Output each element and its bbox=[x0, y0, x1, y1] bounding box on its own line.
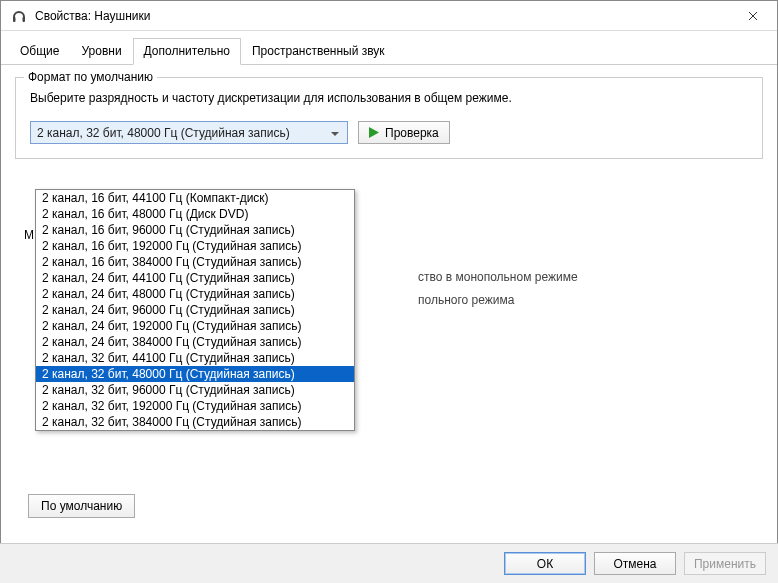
dropdown-option[interactable]: 2 канал, 16 бит, 48000 Гц (Диск DVD) bbox=[36, 206, 354, 222]
ok-button[interactable]: ОК bbox=[504, 552, 586, 575]
headphones-icon bbox=[11, 8, 27, 24]
chevron-down-icon bbox=[331, 126, 341, 140]
tab-spatial[interactable]: Пространственный звук bbox=[241, 38, 396, 65]
test-button-label: Проверка bbox=[385, 126, 439, 140]
dropdown-option[interactable]: 2 канал, 24 бит, 96000 Гц (Студийная зап… bbox=[36, 302, 354, 318]
obscured-letter: М bbox=[24, 228, 34, 242]
dialog-footer: ОК Отмена Применить bbox=[0, 543, 778, 583]
dropdown-option[interactable]: 2 канал, 24 бит, 384000 Гц (Студийная за… bbox=[36, 334, 354, 350]
dropdown-option[interactable]: 2 канал, 16 бит, 192000 Гц (Студийная за… bbox=[36, 238, 354, 254]
content-area: Формат по умолчанию Выберите разрядность… bbox=[1, 65, 777, 159]
titlebar: Свойства: Наушники bbox=[1, 1, 777, 31]
apply-button[interactable]: Применить bbox=[684, 552, 766, 575]
svg-rect-1 bbox=[23, 17, 26, 22]
tab-levels[interactable]: Уровни bbox=[70, 38, 132, 65]
format-dropdown-list[interactable]: 2 канал, 16 бит, 44100 Гц (Компакт-диск)… bbox=[35, 189, 355, 431]
dropdown-option[interactable]: 2 канал, 16 бит, 96000 Гц (Студийная зап… bbox=[36, 222, 354, 238]
svg-rect-0 bbox=[13, 17, 16, 22]
tab-general[interactable]: Общие bbox=[9, 38, 70, 65]
default-format-group: Формат по умолчанию Выберите разрядность… bbox=[15, 77, 763, 159]
tab-advanced[interactable]: Дополнительно bbox=[133, 38, 241, 65]
group-description: Выберите разрядность и частоту дискретиз… bbox=[30, 90, 748, 107]
dropdown-option[interactable]: 2 канал, 32 бит, 44100 Гц (Студийная зап… bbox=[36, 350, 354, 366]
dropdown-option[interactable]: 2 канал, 24 бит, 44100 Гц (Студийная зап… bbox=[36, 270, 354, 286]
play-icon bbox=[369, 127, 379, 138]
window-title: Свойства: Наушники bbox=[33, 9, 733, 23]
dropdown-option[interactable]: 2 канал, 32 бит, 192000 Гц (Студийная за… bbox=[36, 398, 354, 414]
format-select[interactable]: 2 канал, 32 бит, 48000 Гц (Студийная зап… bbox=[30, 121, 348, 144]
dropdown-option[interactable]: 2 канал, 16 бит, 384000 Гц (Студийная за… bbox=[36, 254, 354, 270]
tab-strip: Общие Уровни Дополнительно Пространствен… bbox=[1, 31, 777, 65]
dropdown-option[interactable]: 2 канал, 16 бит, 44100 Гц (Компакт-диск) bbox=[36, 190, 354, 206]
dropdown-option[interactable]: 2 канал, 24 бит, 192000 Гц (Студийная за… bbox=[36, 318, 354, 334]
restore-defaults-button[interactable]: По умолчанию bbox=[28, 494, 135, 518]
dropdown-option[interactable]: 2 канал, 24 бит, 48000 Гц (Студийная зап… bbox=[36, 286, 354, 302]
group-title: Формат по умолчанию bbox=[24, 70, 157, 84]
dropdown-option[interactable]: 2 канал, 32 бит, 96000 Гц (Студийная зап… bbox=[36, 382, 354, 398]
close-button[interactable] bbox=[733, 2, 773, 30]
format-select-value: 2 канал, 32 бит, 48000 Гц (Студийная зап… bbox=[37, 126, 331, 140]
close-icon bbox=[748, 11, 758, 21]
dropdown-option[interactable]: 2 канал, 32 бит, 384000 Гц (Студийная за… bbox=[36, 414, 354, 430]
cancel-button[interactable]: Отмена bbox=[594, 552, 676, 575]
test-button[interactable]: Проверка bbox=[358, 121, 450, 144]
dropdown-option-selected[interactable]: 2 канал, 32 бит, 48000 Гц (Студийная зап… bbox=[36, 366, 354, 382]
